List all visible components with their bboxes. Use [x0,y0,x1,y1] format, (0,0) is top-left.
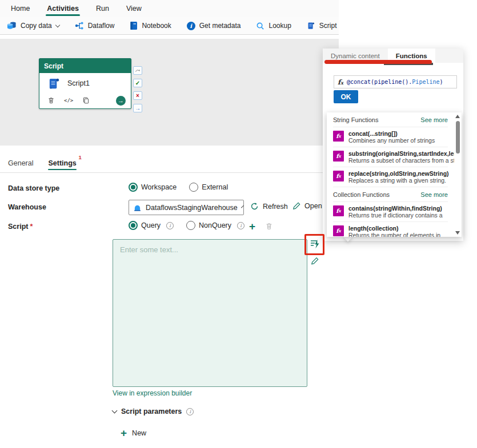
menu-home[interactable]: Home [6,0,35,17]
pipeline-canvas[interactable]: Script Script1 [0,39,339,146]
add-script-button[interactable]: + [249,221,255,232]
warehouse-label: Warehouse [8,203,46,211]
code-view-icon[interactable]: </> [64,98,73,103]
refresh-icon [250,202,259,211]
lookup-button[interactable]: Lookup [256,22,291,30]
collection-functions-header: Collection Functions See more [333,187,448,202]
activity-output-connectors: ✓ × → [133,66,142,112]
radio-selected-icon [129,221,138,230]
properties-tabs: General Settings 1 [0,155,339,173]
expression-suffix: ) [440,79,443,85]
dataflow-button[interactable]: Dataflow [75,21,115,30]
refresh-label: Refresh [263,203,288,211]
settings-error-badge: 1 [79,154,82,160]
function-description: Returns a subset of characters from a st… [348,157,462,164]
nonquery-info-icon[interactable]: i [237,222,244,229]
plus-icon: + [121,427,127,438]
open-label: Open [304,202,322,210]
query-radio-label: Query [141,221,161,229]
add-dynamic-content-button[interactable] [309,238,320,250]
workspace-radio-label: Workspace [141,183,177,191]
workspace-radio[interactable]: Workspace [129,183,177,192]
delete-activity-icon[interactable] [47,96,55,104]
function-item-substring[interactable]: fx substring(originalString,startIndex,l… [333,147,448,167]
on-success-connector-icon[interactable]: ✓ [133,79,142,87]
pipeline-editor-window: Home Activities Run View Copy data [0,0,339,448]
on-fail-connector-icon[interactable]: × [133,91,142,100]
tab-general[interactable]: General [8,159,33,172]
section-title: String Functions [333,116,378,123]
warehouse-icon [134,204,141,211]
scrollbar-thumb[interactable] [456,121,460,154]
lookup-label: Lookup [268,22,291,30]
function-item-replace[interactable]: fx replace(string,oldString,newString) R… [333,167,448,187]
data-store-type-radios: Workspace External [129,183,228,192]
chevron-down-icon [112,407,118,413]
notebook-icon [130,21,138,30]
view-in-expression-builder-link[interactable]: View in expression builder [113,389,192,397]
get-metadata-button[interactable]: i Get metadata [187,22,241,30]
script-field-label-text: Script [8,223,28,231]
edit-expression-button[interactable] [311,257,319,265]
script-button[interactable]: Script [307,21,337,30]
function-item-concat[interactable]: fx concat(...string[]) Combines any numb… [333,127,448,147]
copy-data-button[interactable]: Copy data [7,21,59,30]
required-asterisk: * [30,223,33,231]
copy-data-icon [7,21,17,30]
scroll-down-icon[interactable] [455,231,460,235]
script-field-label: Script* [8,223,33,231]
external-radio[interactable]: External [189,183,228,192]
function-item-length[interactable]: fx length(collection) Returns the number… [333,222,448,237]
open-button[interactable]: Open [292,202,322,210]
radio-unselected-icon [186,221,195,230]
function-description: Combines any number of strings together.… [348,137,448,144]
external-radio-label: External [202,183,228,191]
menu-run[interactable]: Run [91,0,114,17]
scroll-up-icon[interactable] [455,115,460,118]
next-connector-icon[interactable]: → [116,96,126,106]
delete-script-button[interactable] [265,222,273,231]
script-parameters-toggle[interactable]: Script parameters i [113,407,194,415]
string-functions-header: String Functions See more [333,112,448,127]
on-skip-connector-icon[interactable] [133,66,142,75]
menu-view[interactable]: View [121,0,147,17]
script-textarea[interactable] [113,239,307,387]
data-store-type-label: Data store type [8,184,59,192]
trash-icon [265,222,273,231]
expression-input[interactable]: fx @concat(pipeline().Pipeline) [334,75,457,88]
notebook-button[interactable]: Notebook [130,21,171,30]
script-type-radios: Query i NonQuery i [129,221,244,230]
activities-toolbar: Copy data Dataflow N [0,17,339,35]
script-parameters-info-icon[interactable]: i [186,408,194,415]
query-radio[interactable]: Query i [129,221,174,230]
lookup-icon [256,22,264,30]
refresh-button[interactable]: Refresh [250,202,288,211]
clone-activity-icon[interactable] [82,96,90,104]
nonquery-radio[interactable]: NonQuery i [186,221,244,230]
see-more-link[interactable]: See more [420,116,448,123]
red-annotation-underline [324,60,432,64]
warehouse-dropdown[interactable]: DataflowsStagingWarehouse [129,200,244,215]
function-description: Returns true if dictionary contains a ke… [348,212,448,219]
menu-activities[interactable]: Activities [42,0,84,17]
nonquery-radio-label: NonQuery [199,221,231,229]
function-list-scrollbar[interactable] [454,114,462,236]
radio-selected-icon [129,183,138,192]
new-parameter-button[interactable]: + New [121,427,146,438]
see-more-link[interactable]: See more [420,191,448,198]
function-item-contains[interactable]: fx contains(stringWithin,findString) Ret… [333,202,448,222]
expression-builder-flyout: Dynamic content Functions fx @concat(pip… [323,49,463,241]
script-activity-node[interactable]: Script Script1 [39,58,131,109]
function-name: substring(originalString,startIndex,leng… [348,150,462,157]
query-info-icon[interactable]: i [166,222,174,229]
function-description: Replaces a string with a given string. F… [348,177,449,184]
dynamic-content-icon [309,238,320,250]
ok-button[interactable]: OK [334,90,358,103]
notebook-label: Notebook [142,22,171,30]
tab-settings-label: Settings [48,159,76,167]
on-completion-connector-icon[interactable]: → [133,104,142,112]
node-header: Script [39,59,131,73]
script-parameters-label: Script parameters [121,407,182,415]
fx-function-icon: fx [333,171,344,181]
tab-settings[interactable]: Settings 1 [48,159,76,172]
